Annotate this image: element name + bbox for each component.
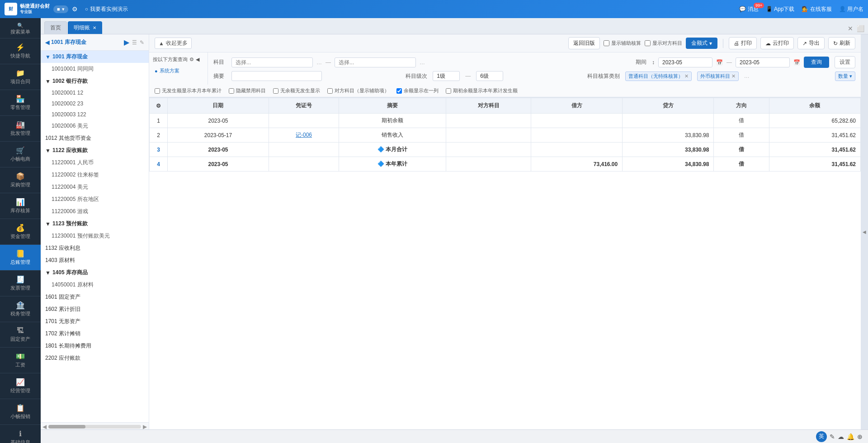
account-node-1403[interactable]: 1403 原材料 [41, 254, 149, 267]
account-node-10020001[interactable]: 10020001 12 [41, 87, 149, 98]
cb-balance-col-input[interactable] [396, 88, 402, 94]
account-node-1123[interactable]: ▼ 1123 预付账款 [41, 218, 149, 230]
tag-quantity-dropdown[interactable]: ▾ [849, 73, 852, 79]
subject-type-more-icon[interactable]: … [744, 73, 750, 79]
account-node-11230001[interactable]: 11230001 预付账款美元 [41, 230, 149, 242]
user-avatar[interactable]: 👤 用户名 [839, 5, 863, 13]
cb-contra-show-input[interactable] [327, 88, 333, 94]
return-old-btn[interactable]: 返回旧版 [568, 37, 600, 49]
account-node-1602[interactable]: 1602 累计折旧 [41, 303, 149, 315]
account-node-1002[interactable]: ▼ 1002 银行存款 [41, 75, 149, 87]
sidebar-item-report[interactable]: 📋 小畅报销 [0, 399, 41, 425]
account-node-10010001[interactable]: 10010001 同同同 [41, 63, 149, 75]
account-node-10020003[interactable]: 10020003 122 [41, 109, 149, 120]
edit-icon[interactable]: ✎ [830, 433, 835, 440]
dropdown-arrow[interactable]: ▾ [62, 6, 65, 12]
expand-more-btn[interactable]: ▲ 收起更多 [155, 38, 192, 49]
account-node-11220004[interactable]: 11220004 美元 [41, 181, 149, 193]
scheme-item[interactable]: ● 系统方案 [153, 66, 204, 76]
show-contra-checkbox-container[interactable]: 显示对方科目 [645, 40, 682, 47]
tag-normal-remove[interactable]: ✕ [684, 73, 689, 79]
account-node-1132[interactable]: 1132 应收利息 [41, 242, 149, 254]
show-aux-checkbox-container[interactable]: 显示辅助核算 [604, 40, 641, 47]
subject-end-more-icon[interactable]: … [420, 59, 425, 66]
period-end-input[interactable] [736, 57, 790, 67]
account-node-14050001[interactable]: 14050001 原材料 [41, 279, 149, 291]
sidebar-item-retail[interactable]: 🏪 零售管理 [0, 90, 41, 116]
show-contra-checkbox[interactable] [645, 40, 651, 46]
cb-no-balance-hide[interactable]: 无余额无发生显示 [273, 87, 320, 94]
cb-opening-balance-input[interactable] [446, 88, 451, 94]
account-node-1405[interactable]: ▼ 1405 库存商品 [41, 267, 149, 279]
sidebar-item-salary[interactable]: 💵 工资 [0, 348, 41, 373]
cb-hide-disabled[interactable]: 隐藏禁用科目 [229, 87, 266, 94]
tree-list-icon[interactable]: ☰ [132, 39, 137, 46]
sidebar-search[interactable]: 🔍 搜索菜单 [0, 20, 41, 38]
cloud-icon[interactable]: ☁ [838, 433, 844, 440]
cb-contra-show[interactable]: 对方科目（显示辅助项） [327, 87, 389, 94]
account-tree-body[interactable]: ▼ 1001 库存现金 10010001 同同同 ▼ 1002 银行存款 100… [41, 51, 149, 422]
account-node-11220002[interactable]: 11220002 往来标签 [41, 169, 149, 181]
window-control[interactable]: ■ ▾ [53, 5, 68, 13]
nav-right-icon[interactable]: ▶ [124, 38, 129, 47]
account-node-1001[interactable]: ▼ 1001 库存现金 [41, 51, 149, 63]
notification-icon[interactable]: 🔔 [847, 433, 854, 440]
right-collapse-btn[interactable]: ◀ [861, 34, 868, 429]
online-service-btn[interactable]: 💁 在线客服 [802, 5, 831, 13]
sidebar-item-inventory[interactable]: 📊 库存核算 [0, 193, 41, 219]
more-icon[interactable]: ⊕ [857, 433, 863, 440]
refresh-btn[interactable]: ↻ 刷新 [828, 37, 855, 49]
sidebar-item-wholesale[interactable]: 🏭 批发管理 [0, 116, 41, 142]
subject-input[interactable] [231, 57, 313, 67]
message-btn[interactable]: 💬 消息 99+ [739, 5, 759, 13]
sidebar-item-fund[interactable]: 💰 资金管理 [0, 219, 41, 245]
cb-balance-col[interactable]: 余额显示在一列 [396, 87, 439, 94]
account-node-11220005[interactable]: 11220005 所在地区 [41, 193, 149, 205]
level-end-select[interactable]: 6级 4级 5级 [476, 71, 503, 81]
account-node-10020002[interactable]: 10020002 23 [41, 98, 149, 109]
sidebar-item-ecommerce[interactable]: 🛒 小畅电商 [0, 142, 41, 167]
account-node-1702[interactable]: 1702 累计摊销 [41, 328, 149, 340]
account-node-10020006[interactable]: 10020006 美元 [41, 120, 149, 132]
collapse-filter-icon[interactable]: ◀ [196, 57, 199, 62]
sidebar-item-ledger[interactable]: 📒 总账管理 [0, 245, 41, 271]
calendar-start-icon[interactable]: 📅 [716, 59, 723, 66]
show-aux-checkbox[interactable] [604, 40, 609, 46]
tree-edit-icon[interactable]: ✎ [140, 39, 144, 46]
query-btn[interactable]: 查询 [804, 57, 829, 68]
account-node-1601[interactable]: 1601 固定资产 [41, 291, 149, 303]
period-dropdown[interactable]: ↕ [652, 59, 655, 66]
tab-close-all-icon[interactable]: ✕ [848, 25, 853, 32]
horizontal-scrollbar[interactable]: ◀ ▶ [41, 422, 149, 429]
sidebar-item-assets[interactable]: 🏗 固定资产 [0, 322, 41, 348]
tab-maximize-icon[interactable]: ⬜ [857, 25, 864, 32]
subject-more-icon[interactable]: … [316, 59, 322, 66]
setting-btn[interactable]: 设置 [835, 56, 855, 68]
cb-hide-disabled-input[interactable] [229, 88, 234, 94]
sidebar-item-project[interactable]: 📁 项目合同 [0, 64, 41, 90]
demo-link[interactable]: ○ 我要看实例演示 [85, 5, 128, 13]
account-node-2202[interactable]: 2202 应付账款 [41, 352, 149, 364]
format-btn[interactable]: 金额式 ▾ [686, 38, 717, 49]
sidebar-item-basic[interactable]: ℹ 基础信息 [0, 425, 41, 443]
demo-text[interactable]: 我要看实例演示 [90, 5, 128, 13]
account-node-11220006[interactable]: 11220006 游戏 [41, 205, 149, 218]
th-settings[interactable]: ⚙ [150, 98, 168, 114]
lang-icon[interactable]: 英 [816, 431, 827, 442]
cb-no-balance-input[interactable] [155, 88, 160, 94]
account-node-1701[interactable]: 1701 无形资产 [41, 315, 149, 328]
scroll-left-icon[interactable]: ◀ [42, 424, 47, 429]
level-start-select[interactable]: 1级 2级 3级 [433, 71, 460, 81]
cb-no-balance[interactable]: 无发生额显示本月本年累计 [155, 87, 222, 94]
account-node-1122[interactable]: ▼ 1122 应收账款 [41, 144, 149, 157]
tab-home[interactable]: 首页 [44, 21, 67, 34]
print-btn[interactable]: 🖨 打印 [729, 37, 757, 49]
cb-no-balance-hide-input[interactable] [273, 88, 278, 94]
gear-icon[interactable]: ⚙ [72, 5, 78, 13]
account-node-11220001[interactable]: 11220001 人民币 [41, 157, 149, 169]
account-node-1801[interactable]: 1801 长期待摊费用 [41, 340, 149, 352]
summary-input[interactable] [231, 71, 322, 81]
row-voucher[interactable]: 记-006 [269, 128, 339, 143]
export-btn[interactable]: ↗ 导出 [797, 37, 825, 49]
cloud-print-btn[interactable]: ☁ 云打印 [760, 37, 794, 49]
